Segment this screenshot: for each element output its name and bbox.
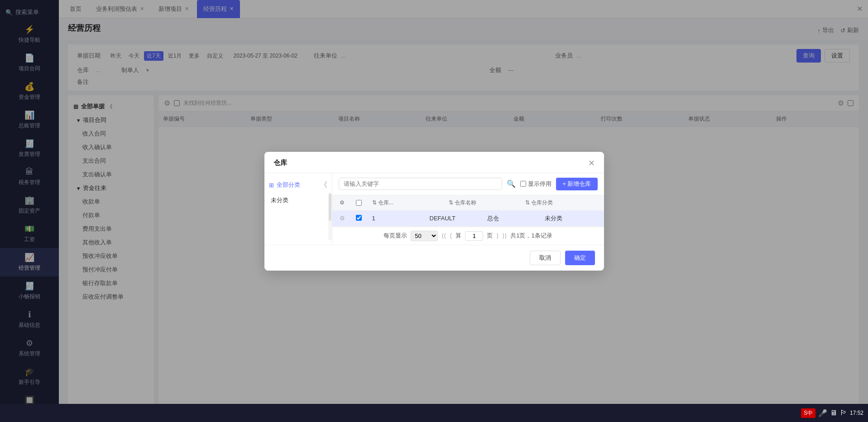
all-category-label: 全部分类 [277,181,300,189]
per-page-label2: 每页显示 [384,232,407,240]
add-warehouse-btn[interactable]: + 新增仓库 [556,178,597,190]
row-id-cell: 1 [369,215,427,222]
dialog-body: ⊞ 全部分类 《 未分类 🔍 [264,173,604,245]
row-name-cell: 总仓 [484,214,542,223]
mic-icon: 🎤 [818,409,827,417]
th-label2: 仓库名称 [455,199,476,207]
dialog-left-panel: ⊞ 全部分类 《 未分类 [264,173,332,245]
grid-icon2: ⊞ [269,182,274,189]
show-disabled-toggle[interactable]: 显示停用 [520,180,551,188]
row-code-cell: DEFAULT [427,215,484,222]
th-icon: ⚙ [337,199,353,206]
dialog-right-panel: 🔍 显示停用 + 新增仓库 ⚙ ⇅ 仓库... [332,173,604,245]
first-page-btn[interactable]: ⟨⟨ [441,232,446,239]
page-label2: 算 [456,232,461,240]
th-label: 仓库... [378,199,393,207]
flag-icon: 🏳 [840,409,847,417]
taskbar-right: S中 🎤 🖥 🏳 17:52 [801,408,863,418]
category-item-unclassified[interactable]: 未分类 [264,193,332,208]
warehouse-dialog: 仓库 ✕ ⊞ 全部分类 《 未分类 [264,152,604,271]
dialog-per-page-select[interactable]: 50 [411,231,438,241]
dialog-page-input[interactable] [465,231,483,241]
th-warehouse-category[interactable]: ⇅ 仓库分类 [523,199,599,207]
row-checkbox[interactable] [356,215,362,221]
modal-overlay: 仓库 ✕ ⊞ 全部分类 《 未分类 [0,0,868,422]
category-list: 未分类 [264,193,332,240]
time-display: 17:52 [850,410,863,416]
dialog-total: 共1页，1条记录 [510,232,552,240]
prev-page-btn2[interactable]: ⟨ [450,232,452,239]
select-all-dialog[interactable] [356,200,362,206]
row-category-cell: 未分类 [542,214,599,223]
dialog-category-header[interactable]: ⊞ 全部分类 《 [264,178,332,193]
dialog-table-body: ⚙ 1 DEFAULT 总仓 未分类 [332,211,604,227]
th-label3: 仓库分类 [531,199,553,207]
dialog-search-input[interactable] [339,178,503,190]
cancel-btn[interactable]: 取消 [530,251,561,265]
dialog-actions: 取消 确定 [264,245,604,271]
show-disabled-label: 显示停用 [528,180,551,188]
sort-icon: ⇅ [372,199,377,206]
th-warehouse-code[interactable]: ⇅ 仓库... [369,199,446,207]
row-check-cell[interactable] [353,215,369,222]
dialog-search-bar: 🔍 显示停用 + 新增仓库 [332,173,604,195]
show-disabled-checkbox[interactable] [520,181,526,187]
next-page-btn2[interactable]: ⟩ [496,232,499,239]
sort-icon2: ⇅ [449,199,453,206]
th-check [353,200,369,206]
dialog-table-header: ⚙ ⇅ 仓库... ⇅ 仓库名称 ⇅ 仓库分类 [332,195,604,211]
table-row[interactable]: ⚙ 1 DEFAULT 总仓 未分类 [332,211,604,227]
display-icon: 🖥 [830,409,837,417]
row-icon-cell: ⚙ [337,215,353,222]
dialog-header: 仓库 ✕ [264,152,604,173]
dialog-search-icon[interactable]: 🔍 [507,179,516,188]
th-warehouse-name[interactable]: ⇅ 仓库名称 [446,199,523,207]
dialog-collapse-btn[interactable]: 《 [320,180,327,190]
last-page-btn[interactable]: ⟩⟩ [502,232,507,239]
page-suffix2: 页 [487,232,493,240]
sort-icon3: ⇅ [525,199,530,206]
dialog-close-btn[interactable]: ✕ [588,158,595,168]
dialog-title: 仓库 [273,159,287,167]
brand-badge: S中 [801,408,815,418]
taskbar: S中 🎤 🖥 🏳 17:52 [0,404,868,422]
dialog-pagination: 每页显示 50 ⟨⟨ ⟨ 算 页 ⟩ ⟩⟩ 共1页，1条记录 [332,227,604,245]
confirm-btn[interactable]: 确定 [565,251,595,265]
